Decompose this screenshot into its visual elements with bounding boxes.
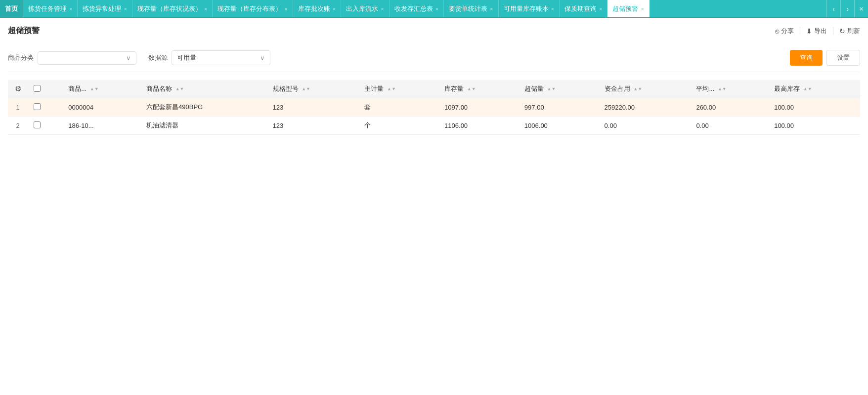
- select-all-checkbox[interactable]: [34, 85, 41, 92]
- th-avg[interactable]: 平均... ▲▼: [690, 80, 768, 98]
- refresh-label: 刷新: [847, 27, 860, 36]
- nav-order-stat-label: 要货单统计表: [449, 4, 487, 13]
- th-overstock-label: 超储量: [524, 85, 544, 92]
- share-button[interactable]: ⎋ 分享: [775, 27, 794, 36]
- category-filter-group: 商品分类 ∨: [8, 51, 136, 65]
- datasource-label: 数据源: [148, 53, 168, 62]
- table-header: ⚙ 商品... ▲▼ 商品名称 ▲▼ 规格型号 ▲▼ 主计: [8, 80, 860, 98]
- table-row: 2 186-10... 机油滤清器 123 个 1106.00 1006.00 …: [8, 117, 860, 135]
- datasource-select[interactable]: 可用量 ∨: [172, 50, 270, 65]
- nav-arrow-left[interactable]: ‹: [826, 0, 840, 18]
- nav-batch[interactable]: 库存批次账 ×: [293, 0, 341, 17]
- gear-icon[interactable]: ⚙: [15, 84, 21, 93]
- header-actions: ⎋ 分享 ⬇ 导出 ↻ 刷新: [775, 27, 860, 36]
- th-spec[interactable]: 规格型号 ▲▼: [267, 80, 359, 98]
- row-seq: 2: [8, 117, 28, 135]
- th-spec-label: 规格型号: [273, 85, 299, 92]
- nav-exception[interactable]: 拣货异常处理 ×: [78, 0, 132, 17]
- nav-overstock-label: 超储预警: [612, 4, 638, 13]
- sort-avg-icon[interactable]: ▲▼: [718, 87, 727, 91]
- datasource-value: 可用量: [177, 53, 196, 62]
- th-product-code-label: 商品...: [68, 85, 87, 92]
- nav-overstock[interactable]: 超储预警 ×: [608, 0, 649, 17]
- header-separator-1: [800, 27, 800, 35]
- th-gear[interactable]: ⚙: [8, 80, 28, 98]
- nav-recv-send-close[interactable]: ×: [435, 6, 438, 12]
- share-icon: ⎋: [775, 27, 779, 35]
- nav-recv-send-label: 收发存汇总表: [394, 4, 433, 13]
- datasource-chevron-icon: ∨: [260, 54, 265, 62]
- row-unit: 个: [358, 117, 438, 135]
- th-stock[interactable]: 库存量 ▲▼: [438, 80, 519, 98]
- nav-exception-close[interactable]: ×: [124, 6, 127, 12]
- nav-shelf-life[interactable]: 保质期查询 ×: [560, 0, 608, 17]
- table-row: 1 0000004 六配套新昌490BPG 123 套 1097.00 997.…: [8, 98, 860, 117]
- nav-order-stat[interactable]: 要货单统计表 ×: [444, 0, 498, 17]
- sort-max-stock-icon[interactable]: ▲▼: [803, 87, 812, 91]
- sort-product-name-icon[interactable]: ▲▼: [175, 87, 184, 91]
- row-max-stock: 100.00: [768, 117, 860, 135]
- nav-inventory-status[interactable]: 现存量（库存状况表） ×: [132, 0, 213, 17]
- nav-task-mgmt-label: 拣货任务管理: [28, 4, 67, 13]
- settings-button[interactable]: 设置: [826, 50, 860, 66]
- row-checkbox[interactable]: [28, 98, 62, 117]
- header-separator-2: [833, 27, 833, 35]
- nav-usable-ledger[interactable]: 可用量库存账本 ×: [499, 0, 560, 17]
- nav-overstock-close[interactable]: ×: [641, 6, 644, 12]
- nav-task-mgmt-close[interactable]: ×: [69, 6, 72, 12]
- row-spec: 123: [267, 117, 359, 135]
- nav-order-stat-close[interactable]: ×: [490, 6, 493, 12]
- nav-inventory-dist[interactable]: 现存量（库存分布表） ×: [213, 0, 293, 17]
- refresh-button[interactable]: ↻ 刷新: [839, 27, 860, 36]
- row-avg: 0.00: [690, 117, 768, 135]
- sort-capital-icon[interactable]: ▲▼: [633, 87, 642, 91]
- export-icon: ⬇: [806, 27, 812, 35]
- th-max-stock[interactable]: 最高库存 ▲▼: [768, 80, 860, 98]
- nav-batch-close[interactable]: ×: [333, 6, 336, 12]
- nav-home-label: 首页: [5, 4, 18, 13]
- row-overstock: 997.00: [519, 98, 599, 117]
- datasource-filter-group: 数据源 可用量 ∨: [148, 50, 270, 65]
- row-select-checkbox[interactable]: [34, 103, 41, 110]
- main-content: 超储预警 ⎋ 分享 ⬇ 导出 ↻ 刷新 商品分类 ∨: [0, 18, 868, 395]
- row-stock: 1097.00: [438, 98, 519, 117]
- th-capital[interactable]: 资金占用 ▲▼: [599, 80, 691, 98]
- th-product-name[interactable]: 商品名称 ▲▼: [140, 80, 267, 98]
- nav-arrow-right[interactable]: ›: [840, 0, 854, 18]
- top-navigation: 首页 拣货任务管理 × 拣货异常处理 × 现存量（库存状况表） × 现存量（库存…: [0, 0, 868, 18]
- export-button[interactable]: ⬇ 导出: [806, 27, 827, 36]
- row-capital: 0.00: [599, 117, 691, 135]
- filter-area: 商品分类 ∨ 数据源 可用量 ∨ 查询 设置: [8, 44, 860, 72]
- query-button[interactable]: 查询: [790, 50, 823, 66]
- row-select-checkbox[interactable]: [34, 121, 41, 128]
- sort-spec-icon[interactable]: ▲▼: [302, 87, 310, 91]
- nav-recv-send[interactable]: 收发存汇总表 ×: [390, 0, 444, 17]
- nav-shelf-life-label: 保质期查询: [564, 4, 597, 13]
- th-checkbox[interactable]: [28, 80, 62, 98]
- sort-overstock-icon[interactable]: ▲▼: [547, 87, 556, 91]
- nav-usable-ledger-close[interactable]: ×: [551, 6, 554, 12]
- nav-inout-flow-close[interactable]: ×: [381, 6, 384, 12]
- nav-arrow-close[interactable]: ×: [854, 0, 868, 18]
- th-product-code[interactable]: 商品... ▲▼: [62, 80, 140, 98]
- category-select[interactable]: ∨: [38, 51, 136, 65]
- th-avg-label: 平均...: [696, 85, 714, 92]
- nav-inout-flow[interactable]: 出入库流水 ×: [341, 0, 389, 17]
- sort-product-code-icon[interactable]: ▲▼: [90, 87, 99, 91]
- nav-inventory-dist-close[interactable]: ×: [284, 6, 287, 12]
- row-spec: 123: [267, 98, 359, 117]
- sort-stock-icon[interactable]: ▲▼: [467, 87, 476, 91]
- category-label: 商品分类: [8, 53, 34, 62]
- row-stock: 1106.00: [438, 117, 519, 135]
- nav-home[interactable]: 首页: [0, 0, 23, 17]
- nav-inventory-status-close[interactable]: ×: [204, 6, 207, 12]
- nav-shelf-life-close[interactable]: ×: [599, 6, 602, 12]
- row-checkbox[interactable]: [28, 117, 62, 135]
- row-product-name: 机油滤清器: [140, 117, 267, 135]
- share-label: 分享: [781, 27, 794, 36]
- th-overstock[interactable]: 超储量 ▲▼: [519, 80, 599, 98]
- export-label: 导出: [814, 27, 827, 36]
- nav-task-mgmt[interactable]: 拣货任务管理 ×: [23, 0, 78, 17]
- sort-unit-icon[interactable]: ▲▼: [387, 87, 396, 91]
- th-unit[interactable]: 主计量 ▲▼: [358, 80, 438, 98]
